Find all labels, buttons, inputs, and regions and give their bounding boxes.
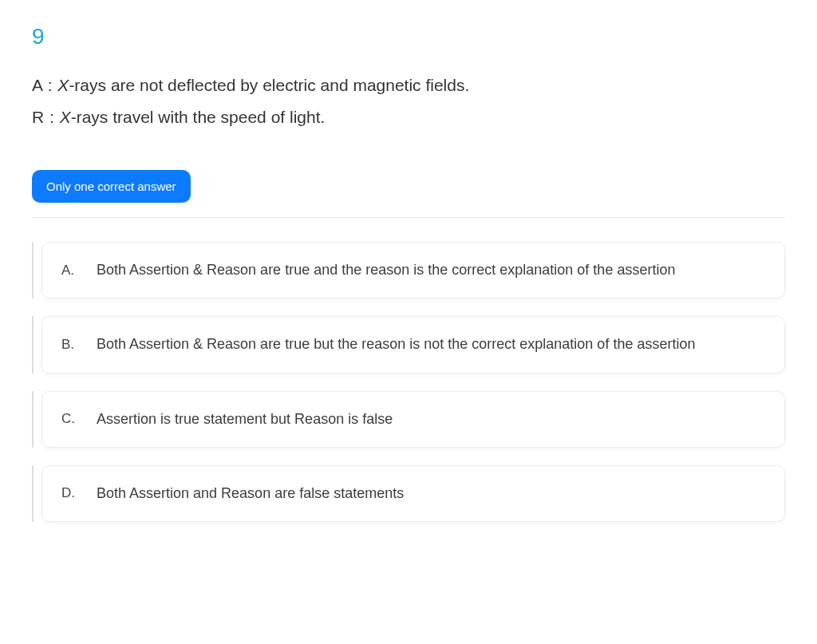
option-text: Both Assertion & Reason are true and the… (97, 260, 675, 280)
assertion-italic: X (57, 76, 69, 94)
option-d[interactable]: D. Both Assertion and Reason are false s… (41, 465, 785, 522)
option-marker (32, 316, 34, 373)
assertion-line: A : X-rays are not deflected by electric… (32, 72, 785, 99)
option-text: Assertion is true statement but Reason i… (97, 409, 393, 429)
reason-prefix: R : (32, 108, 60, 126)
answer-type-badge: Only one correct answer (32, 170, 191, 203)
question-body: A : X-rays are not deflected by electric… (32, 72, 785, 130)
option-b[interactable]: B. Both Assertion & Reason are true but … (41, 316, 785, 373)
reason-line: R : X-rays travel with the speed of ligh… (32, 104, 785, 131)
option-a[interactable]: A. Both Assertion & Reason are true and … (41, 242, 785, 298)
option-text: Both Assertion and Reason are false stat… (97, 484, 404, 504)
option-text: Both Assertion & Reason are true but the… (97, 334, 695, 354)
assertion-prefix: A : (32, 76, 57, 94)
option-letter: C. (61, 411, 77, 427)
option-b-row: B. Both Assertion & Reason are true but … (32, 316, 785, 373)
option-marker (32, 465, 34, 522)
option-letter: D. (61, 485, 77, 501)
assertion-rest: -rays are not deflected by electric and … (69, 76, 469, 94)
reason-italic: X (60, 108, 71, 126)
option-letter: B. (61, 337, 77, 353)
section-divider (32, 217, 785, 218)
question-number: 9 (32, 24, 785, 49)
option-letter: A. (61, 263, 77, 279)
option-a-row: A. Both Assertion & Reason are true and … (32, 242, 785, 298)
option-c[interactable]: C. Assertion is true statement but Reaso… (41, 391, 785, 448)
option-c-row: C. Assertion is true statement but Reaso… (32, 391, 785, 448)
reason-rest: -rays travel with the speed of light. (71, 108, 326, 126)
option-marker (32, 242, 34, 298)
option-d-row: D. Both Assertion and Reason are false s… (32, 465, 785, 522)
option-marker (32, 391, 34, 448)
